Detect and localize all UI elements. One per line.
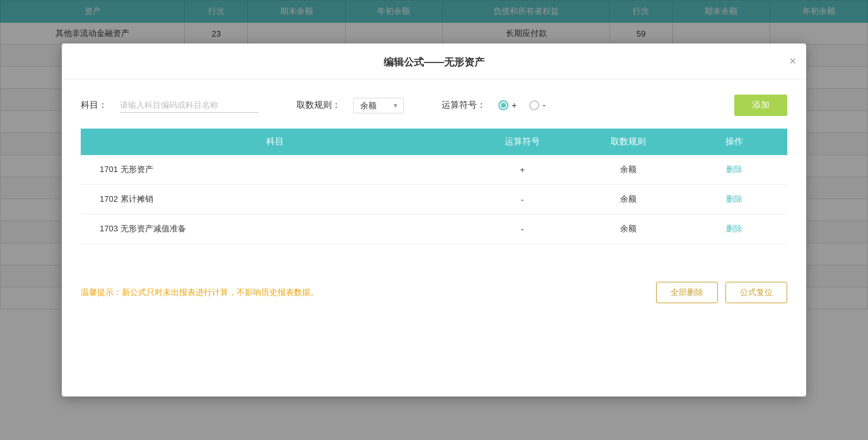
delete-button-2[interactable]: 删除 — [726, 194, 742, 205]
add-button[interactable]: 添加 — [734, 95, 787, 116]
radio-plus-label: + — [512, 100, 517, 110]
formula-row-3: 1703 无形资产减值准备 - 余额 删除 — [81, 214, 787, 244]
subject-input[interactable] — [120, 98, 259, 113]
footer-buttons: 全部删除 公式复位 — [656, 282, 787, 303]
row1-subject: 1701 无形资产 — [81, 155, 469, 185]
formula-table: 科目 运算符号 取数规则 操作 1701 无形资产 + 余额 删除 — [81, 129, 787, 244]
radio-minus-icon — [529, 100, 539, 110]
delete-all-button[interactable]: 全部删除 — [656, 282, 718, 303]
row2-subject: 1702 累计摊销 — [81, 185, 469, 214]
modal-header: 编辑公式——无形资产 × — [62, 43, 806, 79]
subject-label: 科目： — [81, 100, 107, 111]
operator-label: 运算符号： — [442, 100, 486, 111]
col-subject: 科目 — [81, 129, 469, 155]
formula-row-1: 1701 无形资产 + 余额 删除 — [81, 155, 787, 185]
rule-select[interactable]: 余额 — [353, 98, 404, 113]
row3-action: 删除 — [681, 214, 787, 244]
row2-operator: - — [469, 185, 575, 214]
row3-subject: 1703 无形资产减值准备 — [81, 214, 469, 244]
formula-row-2: 1702 累计摊销 - 余额 删除 — [81, 185, 787, 214]
operator-radio-plus[interactable]: + — [498, 100, 517, 110]
modal-footer: 温馨提示：新公式只对未出报表进行计算，不影响历史报表数据。 全部删除 公式复位 — [62, 272, 806, 318]
delete-button-3[interactable]: 删除 — [726, 223, 742, 234]
rule-select-wrap[interactable]: 余额 — [353, 98, 404, 113]
radio-plus-icon — [498, 100, 508, 110]
row1-action: 删除 — [681, 155, 787, 185]
row3-rule: 余额 — [575, 214, 681, 244]
row1-rule: 余额 — [575, 155, 681, 185]
footer-hint: 温馨提示：新公式只对未出报表进行计算，不影响历史报表数据。 — [81, 287, 319, 298]
modal-body: 科目： 取数规则： 余额 运算符号： + - — [62, 79, 806, 272]
row1-operator: + — [469, 155, 575, 185]
modal-dialog: 编辑公式——无形资产 × 科目： 取数规则： 余额 运算符号： + — [62, 43, 806, 397]
col-rule: 取数规则 — [575, 129, 681, 155]
col-operator: 运算符号 — [469, 129, 575, 155]
operator-radio-minus[interactable]: - — [529, 100, 546, 110]
radio-minus-label: - — [542, 100, 546, 110]
table-header-row: 科目 运算符号 取数规则 操作 — [81, 129, 787, 155]
form-row: 科目： 取数规则： 余额 运算符号： + - — [81, 95, 787, 116]
row2-rule: 余额 — [575, 185, 681, 214]
rule-label: 取数规则： — [296, 100, 341, 111]
col-action: 操作 — [681, 129, 787, 155]
modal-title: 编辑公式——无形资产 — [384, 57, 484, 67]
row2-action: 删除 — [681, 185, 787, 214]
modal-close-button[interactable]: × — [789, 55, 796, 67]
reset-formula-button[interactable]: 公式复位 — [725, 282, 787, 303]
row3-operator: - — [469, 214, 575, 244]
modal-overlay: 编辑公式——无形资产 × 科目： 取数规则： 余额 运算符号： + — [0, 0, 868, 440]
delete-button-1[interactable]: 删除 — [726, 164, 742, 175]
